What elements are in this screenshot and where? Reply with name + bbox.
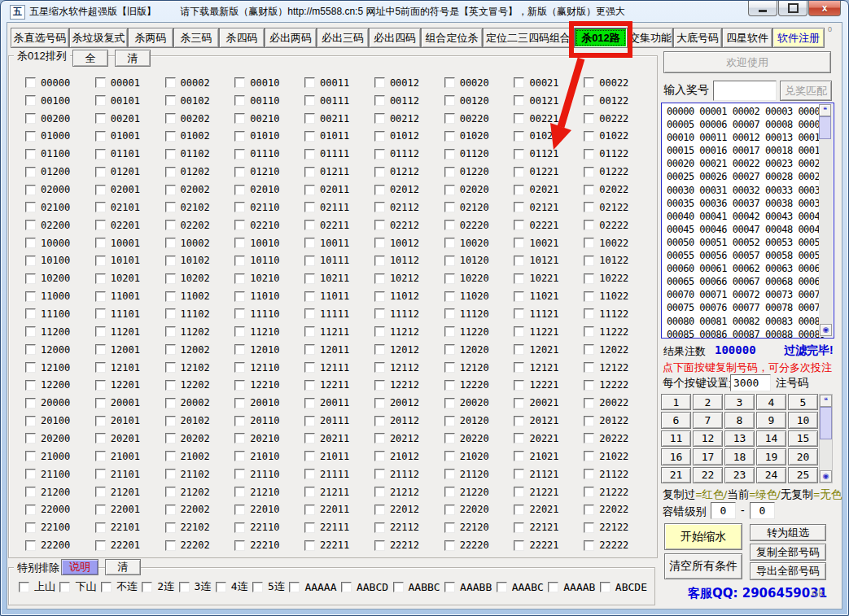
kill012-option[interactable]: 02220 [444,220,514,231]
kill012-option[interactable]: 11221 [514,326,584,338]
kill012-option[interactable]: 01110 [234,148,304,159]
kill012-option[interactable]: 02222 [584,220,654,231]
checkbox-icon[interactable] [341,582,352,592]
checkbox-icon[interactable] [165,416,176,426]
checkbox-icon[interactable] [444,95,455,106]
checkbox-icon[interactable] [165,433,176,443]
kill012-option[interactable]: 11101 [95,308,165,320]
checkbox-icon[interactable] [165,522,176,533]
special-exclude-option-10[interactable]: AABBC [393,579,440,594]
kill012-option[interactable]: 01221 [514,166,584,177]
checkbox-icon[interactable] [374,487,385,497]
checkbox-icon[interactable] [584,416,594,426]
export-all-numbers-button[interactable]: 导出全部号码 [750,562,826,580]
tab-4[interactable]: 杀三码 [173,28,219,48]
kill012-option[interactable]: 10111 [304,255,374,266]
checkbox-icon[interactable] [165,344,176,355]
checkbox-icon[interactable] [444,344,455,355]
kill012-option[interactable]: 02010 [234,184,304,195]
checkbox-icon[interactable] [25,291,36,302]
kill012-option[interactable]: 20001 [95,397,165,408]
checkbox-icon[interactable] [95,469,106,479]
checkbox-icon[interactable] [234,522,245,533]
checkbox-icon[interactable] [514,326,524,337]
checkbox-icon[interactable] [584,77,594,88]
checkbox-icon[interactable] [514,433,524,443]
checkbox-icon[interactable] [374,273,385,284]
checkbox-icon[interactable] [234,398,245,408]
checkbox-icon[interactable] [95,202,106,212]
kill012-option[interactable]: 20211 [304,433,374,444]
checkbox-icon[interactable] [514,95,524,106]
kill012-option[interactable]: 01111 [304,148,374,159]
checkbox-icon[interactable] [142,582,152,592]
listbox-scrollbar[interactable]: ❝ [819,104,833,337]
checkbox-icon[interactable] [234,185,245,195]
checkbox-icon[interactable] [514,77,524,88]
tab-3[interactable]: 杀两码 [128,28,173,48]
checkbox-icon[interactable] [234,469,245,479]
kill012-option[interactable]: 12110 [234,362,304,374]
kill012-option[interactable]: 12101 [95,362,165,374]
checkbox-icon[interactable] [444,77,455,88]
close-button[interactable]: x [808,1,841,16]
kill012-option[interactable]: 00022 [584,77,654,89]
kill012-option[interactable]: 02000 [25,184,95,195]
checkbox-icon[interactable] [234,416,245,426]
tab-2[interactable]: 杀垃圾复式 [69,28,128,48]
kill012-option[interactable]: 22212 [374,540,444,551]
kill012-option[interactable]: 22002 [165,504,235,515]
checkbox-icon[interactable] [252,582,263,592]
checkbox-icon[interactable] [584,308,594,319]
tolerance-from-input[interactable] [711,502,736,519]
checkbox-icon[interactable] [444,582,455,592]
kill012-option[interactable]: 22120 [444,522,514,533]
checkbox-icon[interactable] [374,131,385,142]
checkbox-icon[interactable] [95,522,106,533]
kill012-option[interactable]: 02122 [584,202,654,213]
copy-button-4[interactable]: 4 [756,394,786,410]
kill012-option[interactable]: 12210 [234,379,304,391]
checkbox-icon[interactable] [444,308,455,319]
checkbox-icon[interactable] [95,256,106,266]
kill012-option[interactable]: 22022 [584,504,654,515]
kill012-option[interactable]: 01010 [234,130,304,142]
kill012-option[interactable]: 22000 [25,504,95,515]
special-exclude-option-13[interactable]: AAAAB [548,579,595,594]
kill012-option[interactable]: 11112 [374,308,444,320]
kill012-option[interactable]: 22011 [304,504,374,515]
checkbox-icon[interactable] [514,308,524,319]
checkbox-icon[interactable] [374,202,385,212]
checkbox-icon[interactable] [584,398,594,408]
kill012-option[interactable]: 01000 [25,130,95,142]
checkbox-icon[interactable] [25,487,36,497]
kill012-option[interactable]: 00112 [374,95,444,107]
kill012-option[interactable]: 21122 [584,469,654,480]
minimize-button[interactable] [748,1,777,16]
checkbox-icon[interactable] [95,433,106,443]
kill012-option[interactable]: 01121 [514,148,584,159]
kill012-option[interactable]: 10122 [584,255,654,266]
kill012-option[interactable]: 21011 [304,451,374,462]
kill012-option[interactable]: 10201 [95,273,165,284]
checkbox-icon[interactable] [393,582,404,592]
kill012-option[interactable]: 01201 [95,166,165,177]
checkbox-icon[interactable] [234,202,245,212]
checkbox-icon[interactable] [25,95,36,106]
kill012-option[interactable]: 11102 [165,308,235,320]
kill012-option[interactable]: 10012 [374,238,444,249]
kill012-option[interactable]: 11222 [584,326,654,338]
kill012-option[interactable]: 20111 [304,415,374,426]
checkbox-icon[interactable] [514,167,524,177]
kill012-option[interactable]: 21111 [304,469,374,480]
checkbox-icon[interactable] [95,451,106,461]
checkbox-icon[interactable] [584,273,594,284]
kill012-option[interactable]: 21121 [514,469,584,480]
kill012-option[interactable]: 11002 [165,291,235,302]
kill012-option[interactable]: 00211 [304,113,374,125]
kill012-option[interactable]: 10210 [234,273,304,284]
kill012-option[interactable]: 20212 [374,433,444,444]
kill012-option[interactable]: 01020 [444,130,514,142]
checkbox-icon[interactable] [444,469,455,479]
checkbox-icon[interactable] [304,149,315,159]
